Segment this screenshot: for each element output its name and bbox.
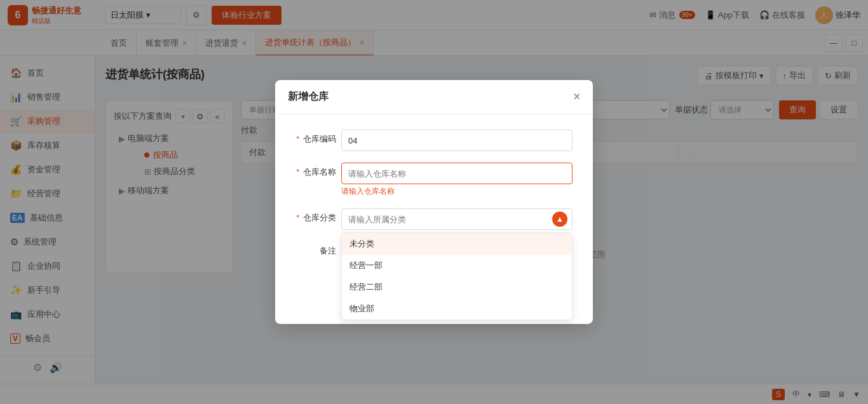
dropdown-item-uncategorized[interactable]: 未分类	[342, 233, 572, 255]
name-error-msg: 请输入仓库名称	[341, 186, 573, 197]
note-label: 备注	[295, 241, 341, 257]
code-required: *	[296, 134, 299, 144]
name-input[interactable]	[341, 163, 573, 184]
name-field: 请输入仓库名称	[341, 163, 573, 197]
dropdown-toggle-button[interactable]: ▲	[552, 212, 567, 227]
dropdown-item-dept2[interactable]: 经营二部	[342, 276, 572, 298]
modal-code-row: * 仓库编码	[295, 130, 573, 151]
dropdown-item-dept1[interactable]: 经营一部	[342, 255, 572, 276]
category-input[interactable]	[341, 208, 573, 230]
modal-overlay[interactable]: 新增仓库 × * 仓库编码 * 仓库名称	[0, 0, 868, 404]
modal-name-row: * 仓库名称 请输入仓库名称	[295, 163, 573, 197]
category-required: *	[296, 213, 299, 222]
code-field	[341, 130, 573, 151]
name-label: * 仓库名称	[295, 163, 341, 178]
modal-category-row: * 仓库分类 ▲ 未分类 经营一部 经营二部 物业部	[295, 208, 573, 230]
category-dropdown-list: 未分类 经营一部 经营二部 物业部	[341, 232, 573, 320]
dropdown-item-property[interactable]: 物业部	[342, 298, 572, 320]
modal-title: 新增仓库	[288, 90, 329, 104]
code-input[interactable]	[341, 130, 573, 151]
name-required: *	[296, 167, 299, 177]
modal-body: * 仓库编码 * 仓库名称 请输入仓库名称	[275, 114, 593, 285]
code-label: * 仓库编码	[295, 130, 341, 145]
modal-new-warehouse: 新增仓库 × * 仓库编码 * 仓库名称	[275, 80, 593, 324]
category-field: ▲ 未分类 经营一部 经营二部 物业部	[341, 208, 573, 230]
category-label: * 仓库分类	[295, 208, 341, 224]
modal-close-button[interactable]: ×	[573, 90, 580, 104]
modal-header: 新增仓库 ×	[275, 80, 593, 114]
